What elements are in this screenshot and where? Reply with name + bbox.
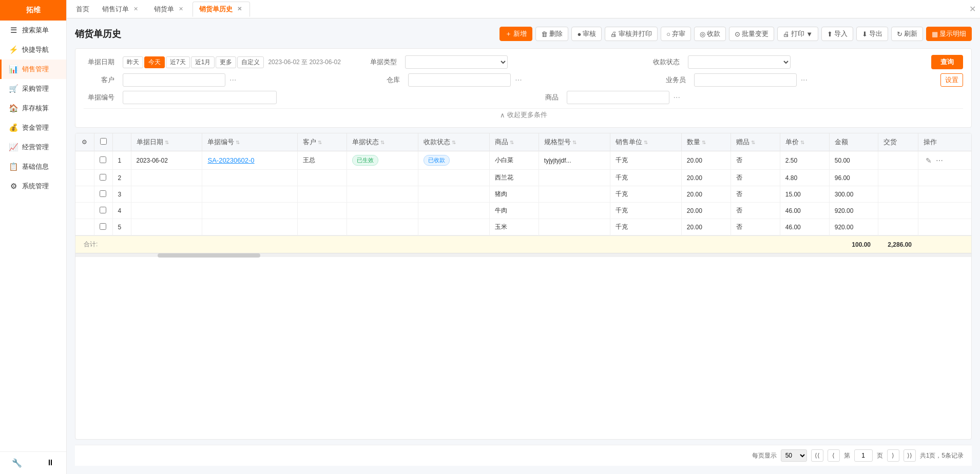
date-btn-today[interactable]: 今天 — [144, 56, 165, 68]
td-action[interactable] — [918, 186, 971, 203]
td-doc-no[interactable] — [202, 203, 297, 219]
warehouse-input[interactable] — [408, 73, 511, 87]
page-number-input[interactable] — [854, 449, 873, 462]
refresh-button[interactable]: ↻ 刷新 — [891, 27, 923, 41]
doc-no-input[interactable] — [123, 91, 277, 104]
abandon-icon: ○ — [666, 30, 670, 38]
td-collection-status — [418, 186, 489, 203]
th-gift[interactable]: 赠品⇅ — [731, 133, 780, 151]
tab-sales-goods-close[interactable]: ✕ — [177, 5, 185, 13]
page-size-select[interactable]: 50 100 200 — [781, 449, 807, 462]
goods-input[interactable] — [567, 91, 669, 104]
td-check[interactable] — [94, 219, 112, 235]
settings-button[interactable]: 设置 — [940, 73, 963, 87]
td-check[interactable] — [94, 151, 112, 170]
td-doc-no[interactable] — [202, 170, 297, 186]
td-spec — [539, 186, 610, 203]
th-doc-no[interactable]: 单据编号⇅ — [202, 133, 297, 151]
sidebar-item-purchase-mgmt[interactable]: 🛒 采购管理 — [0, 79, 66, 98]
th-doc-status[interactable]: 单据状态⇅ — [347, 133, 418, 151]
date-btn-yesterday[interactable]: 昨天 — [123, 56, 143, 68]
audit-print-button[interactable]: 🖨 审核并打印 — [605, 27, 658, 41]
sidebar-item-inventory-calc[interactable]: 🏠 库存核算 — [0, 98, 66, 118]
tab-sales-order[interactable]: 销售订单 ✕ — [95, 2, 146, 17]
sidebar-pause-icon[interactable]: ⏸ — [46, 458, 54, 468]
abandon-button[interactable]: ○ 弃审 — [661, 27, 691, 41]
new-button[interactable]: ＋ 新增 — [499, 27, 532, 41]
td-check[interactable] — [94, 170, 112, 186]
import-button[interactable]: ⬆ 导入 — [821, 27, 853, 41]
date-btn-1month[interactable]: 近1月 — [191, 56, 215, 68]
edit-action-btn[interactable]: ✎ — [924, 155, 934, 166]
delete-button[interactable]: 🗑 删除 — [535, 27, 568, 41]
sidebar-item-basic-info[interactable]: 📋 基础信息 — [0, 157, 66, 176]
date-btn-more[interactable]: 更多 — [216, 56, 236, 68]
date-btn-7days[interactable]: 近7天 — [166, 56, 190, 68]
salesperson-ellipsis-btn[interactable]: ··· — [799, 75, 810, 85]
th-qty[interactable]: 数量⇅ — [681, 133, 731, 151]
goods-ellipsis-btn[interactable]: ··· — [671, 93, 682, 102]
sidebar-item-quick-nav[interactable]: ⚡ 快捷导航 — [0, 40, 66, 60]
tab-sales-history-close[interactable]: ✕ — [236, 5, 243, 13]
customer-input[interactable] — [123, 73, 225, 87]
export-button[interactable]: ⬇ 导出 — [856, 27, 888, 41]
td-doc-no[interactable]: SA-20230602-0 — [202, 151, 297, 170]
print-button[interactable]: 🖨 打印 ▼ — [777, 27, 818, 41]
td-action[interactable] — [918, 219, 971, 235]
th-customer[interactable]: 客户⇅ — [297, 133, 347, 151]
th-goods[interactable]: 商品⇅ — [489, 133, 539, 151]
th-gear[interactable]: ⚙ — [75, 133, 94, 151]
collect-button[interactable]: ◎ 收款 — [694, 27, 726, 41]
salesperson-input[interactable] — [694, 73, 797, 87]
tabs-close-all-icon[interactable]: ✕ — [969, 4, 976, 14]
tab-sales-history[interactable]: 销货单历史 ✕ — [193, 2, 250, 17]
td-unit-price: 46.00 — [780, 203, 829, 219]
th-collection-status[interactable]: 收款状态⇅ — [418, 133, 489, 151]
page-last-btn[interactable]: ⟩⟩ — [904, 449, 916, 462]
audit-button[interactable]: ● 审核 — [571, 27, 602, 41]
row-checkbox[interactable] — [100, 156, 106, 163]
page-next-btn[interactable]: ⟩ — [887, 449, 899, 462]
more-action-btn[interactable]: ⋯ — [934, 155, 945, 166]
scroll-thumb[interactable] — [158, 253, 260, 258]
batch-change-button[interactable]: ⊙ 批量变更 — [729, 27, 774, 41]
sidebar-item-sales-mgmt[interactable]: 📊 销售管理 — [0, 60, 66, 79]
collection-status-select[interactable] — [688, 55, 791, 69]
tab-sales-goods[interactable]: 销货单 ✕ — [147, 2, 191, 17]
td-doc-status — [347, 186, 418, 203]
td-check[interactable] — [94, 186, 112, 203]
td-action[interactable] — [918, 203, 971, 219]
customer-ellipsis-btn[interactable]: ··· — [227, 75, 238, 85]
page-first-btn[interactable]: ⟨⟨ — [811, 449, 823, 462]
sidebar-settings-icon[interactable]: 🔧 — [12, 458, 22, 468]
row-checkbox[interactable] — [100, 174, 106, 181]
collapse-filter-btn[interactable]: ∧ 收起更多条件 — [84, 108, 963, 121]
sidebar-item-operations-mgmt[interactable]: 📈 经营管理 — [0, 137, 66, 157]
td-doc-no[interactable] — [202, 219, 297, 235]
tab-home[interactable]: 首页 — [71, 3, 94, 16]
horizontal-scrollbar[interactable] — [75, 253, 971, 257]
warehouse-ellipsis-btn[interactable]: ··· — [513, 75, 524, 85]
row-checkbox[interactable] — [100, 223, 106, 230]
th-unit-price[interactable]: 单价⇅ — [780, 133, 829, 151]
show-detail-button[interactable]: ▦ 显示明细 — [926, 27, 972, 41]
doc-no-link[interactable]: SA-20230602-0 — [207, 156, 254, 164]
date-btn-custom[interactable]: 自定义 — [237, 56, 264, 68]
td-action[interactable] — [918, 170, 971, 186]
th-spec[interactable]: 规格型号⇅ — [539, 133, 610, 151]
sidebar-item-fund-mgmt[interactable]: 💰 资金管理 — [0, 118, 66, 137]
query-button[interactable]: 查询 — [931, 55, 963, 69]
tab-sales-order-close[interactable]: ✕ — [132, 5, 140, 13]
page-prev-btn[interactable]: ⟨ — [828, 449, 840, 462]
row-checkbox[interactable] — [100, 190, 106, 197]
td-doc-no[interactable] — [202, 186, 297, 203]
th-unit[interactable]: 销售单位⇅ — [610, 133, 681, 151]
row-checkbox[interactable] — [100, 207, 106, 213]
doc-type-select[interactable] — [405, 55, 508, 69]
select-all-checkbox[interactable] — [100, 138, 107, 145]
td-action[interactable]: ✎⋯ — [918, 151, 971, 170]
sidebar-item-system-mgmt[interactable]: ⚙ 系统管理 — [0, 176, 66, 196]
td-check[interactable] — [94, 203, 112, 219]
th-doc-date[interactable]: 单据日期⇅ — [131, 133, 202, 151]
sidebar-item-search-menu[interactable]: ☰ 搜索菜单 — [0, 21, 66, 40]
